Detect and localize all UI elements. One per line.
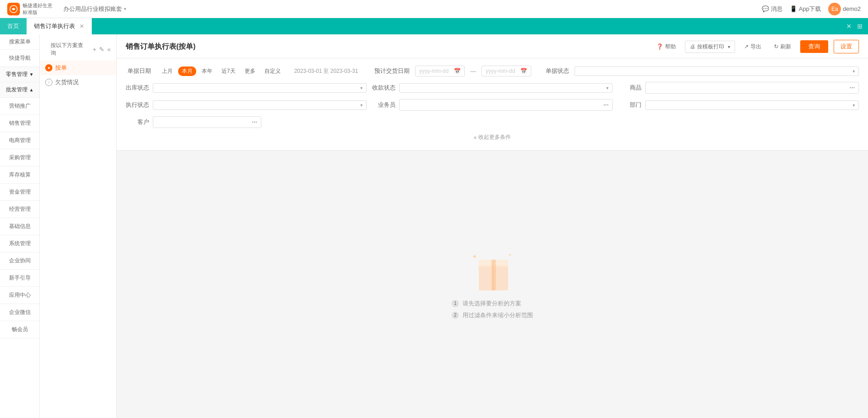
collapse-filter-button[interactable]: « 收起更多条件 — [126, 130, 859, 143]
download-icon: 📱 — [790, 5, 797, 12]
search-button[interactable]: 查询 — [800, 40, 828, 53]
expected-date-from-input[interactable]: yyyy-mm-dd 📅 — [415, 66, 465, 76]
filter-row-date: 单据日期 上月 本月 本年 近7天 更多 自定义 2023-03-01 至 20… — [126, 66, 859, 76]
date-tab-this-year[interactable]: 本年 — [198, 66, 216, 76]
filter-department: 部门 ▾ — [618, 100, 859, 110]
content-actions: ❓ 帮助 🖨 按模板打印 ▾ ↗ 导出 ↻ — [653, 40, 859, 53]
app-download-button[interactable]: 📱 App下载 — [790, 5, 821, 13]
user-profile[interactable]: Ea demo2 — [828, 3, 861, 15]
payment-status-select[interactable]: ▾ — [399, 83, 613, 93]
salesperson-select[interactable]: ··· — [399, 99, 613, 111]
tab-close-icon[interactable]: ✕ — [80, 23, 84, 29]
sidebar-item-app-center[interactable]: 应用中心 — [0, 287, 39, 304]
empty-hint-1: 1 请先选择要分析的方案 — [452, 299, 533, 308]
sidebar-item-enterprise[interactable]: 企业协同 — [0, 252, 39, 270]
help-button[interactable]: ❓ 帮助 — [653, 41, 679, 52]
date-tabs: 上月 本月 本年 近7天 更多 自定义 — [158, 66, 284, 76]
empty-num-2: 2 — [452, 312, 459, 319]
logo-text: 畅捷通好生意 标准版 — [23, 2, 52, 15]
svg-text:✦: ✦ — [472, 253, 477, 260]
sidebar-quick-nav[interactable]: 快捷导航 — [0, 50, 39, 67]
window-maximize-icon[interactable]: ⊞ — [857, 23, 863, 30]
filter-area: 单据日期 上月 本月 本年 近7天 更多 自定义 2023-03-01 至 20… — [117, 58, 868, 151]
page-title: 销售订单执行表(按单) — [126, 42, 196, 52]
sidebar-item-procurement[interactable]: 采购管理 — [0, 149, 39, 166]
chevron-up-icon: ▲ — [29, 87, 34, 92]
svg-rect-4 — [491, 260, 496, 290]
content-area: 按以下方案查询 + ✎ « ● 按单 ○ 欠货情况 — [40, 34, 868, 418]
sidebar-item-newbie[interactable]: 新手引导 — [0, 270, 39, 287]
tab-sales-order[interactable]: 销售订单执行表 ✕ — [27, 18, 92, 34]
nav-item-shortage[interactable]: ○ 欠货情况 — [40, 75, 116, 90]
customer-select[interactable]: ··· — [153, 116, 261, 128]
department-select[interactable]: ▾ — [645, 100, 859, 110]
filter-row-3: 执行状态 ▾ 业务员 ··· — [126, 99, 859, 111]
empty-state: ✦ ✦ · 1 请先选择要分析的方案 2 用过滤条件来缩小分析范围 — [117, 151, 868, 418]
tab-bar: 首页 销售订单执行表 ✕ ✕ ⊞ — [0, 18, 868, 34]
filter-payment-status: 收款状态 ▾ — [372, 83, 613, 93]
edit-scheme-button[interactable]: ✎ — [99, 46, 104, 53]
breadcrumb[interactable]: 办公用品行业模拟账套 ▾ — [63, 5, 126, 13]
export-button[interactable]: ↗ 导出 — [741, 41, 765, 52]
content-header: 销售订单执行表(按单) ❓ 帮助 🖨 按模板打印 ▾ ↗ — [117, 34, 868, 58]
nav-icon-order: ● — [45, 64, 52, 71]
sidebar-item-ecommerce[interactable]: 电商管理 — [0, 132, 39, 149]
execution-status-select[interactable]: ▾ — [153, 100, 367, 110]
sidebar-item-marketing[interactable]: 营销推广 — [0, 98, 39, 115]
date-tab-custom[interactable]: 自定义 — [261, 66, 284, 76]
sidebar-item-wechat[interactable]: 企业微信 — [0, 304, 39, 321]
collapse-icon: « — [474, 134, 477, 141]
sidebar: 搜索菜单 快捷导航 零售管理 ▼ 批发管理 ▲ 营销推广 销售管理 电商管理 采… — [0, 34, 40, 418]
sidebar-item-member[interactable]: 畅会员 — [0, 321, 39, 338]
payment-status-arrow-icon: ▾ — [606, 86, 609, 90]
filter-row-2: 出库状态 ▾ 收款状态 ▾ — [126, 82, 859, 94]
expected-date-to-input[interactable]: yyyy-mm-dd 📅 — [481, 66, 531, 76]
left-panel-icons: + ✎ « — [93, 46, 111, 53]
message-button[interactable]: 💬 消息 — [762, 5, 783, 13]
tab-bar-right: ✕ ⊞ — [841, 18, 868, 34]
main-layout: 搜索菜单 快捷导航 零售管理 ▼ 批发管理 ▲ 营销推广 销售管理 电商管理 采… — [0, 34, 868, 418]
add-scheme-button[interactable]: + — [93, 46, 96, 53]
sidebar-item-operations[interactable]: 经营管理 — [0, 201, 39, 218]
calendar-icon: 📅 — [454, 68, 461, 74]
settings-button[interactable]: 设置 — [834, 40, 859, 53]
customer-more-icon[interactable]: ··· — [252, 119, 257, 126]
svg-text:✦: ✦ — [508, 252, 512, 257]
date-tab-this-month[interactable]: 本月 — [178, 66, 196, 76]
date-tab-more[interactable]: 更多 — [241, 66, 259, 76]
salesperson-more-icon[interactable]: ··· — [604, 101, 609, 109]
calendar2-icon: 📅 — [520, 68, 527, 74]
tab-home[interactable]: 首页 — [0, 18, 27, 34]
date-tab-last-month[interactable]: 上月 — [158, 66, 176, 76]
window-restore-icon[interactable]: ✕ — [846, 23, 852, 30]
refresh-button[interactable]: ↻ 刷新 — [770, 41, 795, 52]
message-icon: 💬 — [762, 5, 769, 12]
sidebar-item-retail[interactable]: 零售管理 ▼ — [0, 67, 39, 82]
goods-more-icon[interactable]: ··· — [849, 84, 855, 91]
refresh-icon: ↻ — [774, 43, 778, 50]
delivery-status-select[interactable]: ▾ — [153, 83, 367, 93]
sidebar-search-menu[interactable]: 搜索菜单 — [0, 34, 39, 50]
sidebar-item-finance[interactable]: 资金管理 — [0, 184, 39, 201]
date-tab-7days[interactable]: 近7天 — [218, 66, 239, 76]
sidebar-item-system[interactable]: 系统管理 — [0, 235, 39, 252]
nav-item-by-order[interactable]: ● 按单 — [40, 61, 116, 75]
empty-state-text: 1 请先选择要分析的方案 2 用过滤条件来缩小分析范围 — [452, 299, 533, 319]
sidebar-item-inventory[interactable]: 库存核算 — [0, 166, 39, 184]
print-button[interactable]: 🖨 按模板打印 ▾ — [685, 41, 735, 53]
filter-delivery-status: 出库状态 ▾ — [126, 83, 367, 93]
sidebar-item-sales[interactable]: 销售管理 — [0, 115, 39, 132]
empty-hint-2: 2 用过滤条件来缩小分析范围 — [452, 311, 533, 319]
nav-icon-shortage: ○ — [45, 79, 52, 86]
top-header: 畅捷通好生意 标准版 办公用品行业模拟账套 ▾ 💬 消息 📱 App下载 Ea … — [0, 0, 868, 18]
status-select[interactable]: ▾ — [575, 66, 859, 76]
export-icon: ↗ — [744, 43, 749, 50]
collapse-panel-button[interactable]: « — [107, 46, 111, 53]
filter-goods: 商品 ··· — [618, 82, 859, 94]
sidebar-item-basic-info[interactable]: 基础信息 — [0, 218, 39, 235]
goods-select[interactable]: ··· — [645, 82, 859, 94]
avatar: Ea — [828, 3, 841, 15]
svg-text:·: · — [471, 274, 472, 278]
sidebar-item-wholesale[interactable]: 批发管理 ▲ — [0, 82, 39, 98]
logo-area: 畅捷通好生意 标准版 — [7, 2, 52, 15]
